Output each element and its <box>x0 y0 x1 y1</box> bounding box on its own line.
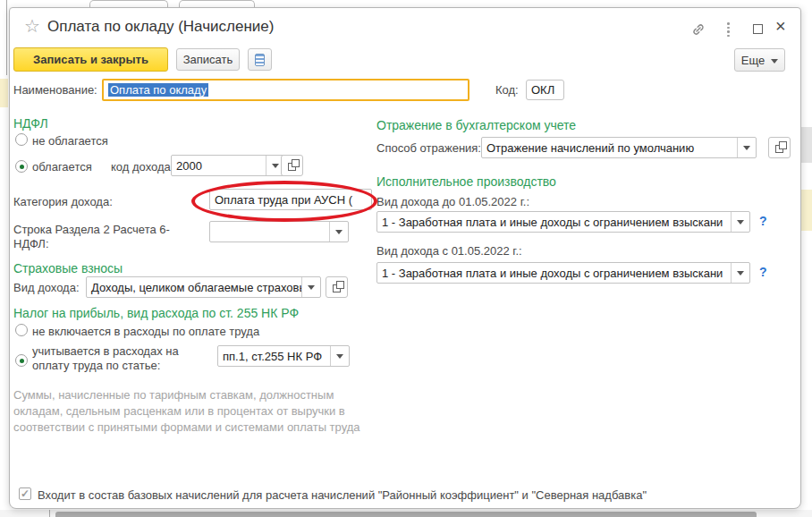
link-icon[interactable] <box>690 21 706 38</box>
code-label: Код: <box>495 83 519 97</box>
chevron-down-icon[interactable] <box>329 222 348 242</box>
radio-not-taxed[interactable] <box>15 133 28 146</box>
radio-taxed-label[interactable]: облагается <box>32 160 92 174</box>
dialog-window: ☆ Оплата по окладу (Начисление) × Записа… <box>9 7 801 509</box>
background-divider <box>49 510 50 517</box>
help-link[interactable]: ? <box>759 265 767 279</box>
open-icon <box>288 163 296 171</box>
section2-6ndfl-label: Строка Раздела 2 Расчета 6-НДФЛ: <box>13 223 170 251</box>
income-code-value: 2000 <box>172 159 266 173</box>
enforcement-after-combobox[interactable]: 1 - Заработная плата и иные доходы с огр… <box>376 262 750 284</box>
income-category-combobox[interactable]: Оплата труда при АУСН ( <box>209 189 372 210</box>
code-input[interactable]: ОКЛ <box>526 80 564 100</box>
radio-not-included-label[interactable]: не включается в расходы по оплате труда <box>32 325 259 338</box>
related-documents-button[interactable] <box>248 48 272 71</box>
section-ndfl: НДФЛ <box>13 116 48 131</box>
name-label: Наименование: <box>13 83 97 97</box>
enforcement-before-value: 1 - Заработная плата и иные доходы с огр… <box>377 216 731 229</box>
income-code-description: Суммы, начисленные по тарифным ставкам, … <box>13 387 368 436</box>
radio-not-taxed-label[interactable]: не облагается <box>32 134 108 148</box>
save-button[interactable]: Записать <box>176 48 240 71</box>
help-link[interactable]: ? <box>759 214 767 228</box>
background-row <box>801 127 812 163</box>
radio-included-label[interactable]: учитывается в расходах на оплату труда п… <box>32 344 211 373</box>
base-accruals-checkbox-label[interactable]: Входит в состав базовых начислений для р… <box>38 488 647 502</box>
section-enforcement: Исполнительное производство <box>376 174 556 189</box>
document-list-icon <box>255 54 265 66</box>
expense-article-value: пп.1, ст.255 НК РФ <box>218 350 330 363</box>
chevron-down-icon[interactable] <box>301 277 320 297</box>
chevron-down-icon[interactable] <box>330 346 349 366</box>
background-row-highlight <box>0 79 8 107</box>
section2-6ndfl-combobox[interactable] <box>209 221 349 242</box>
income-code-combobox[interactable]: 2000 <box>171 155 285 176</box>
more-actions-label: Еще <box>741 54 765 67</box>
chevron-down-icon[interactable] <box>737 138 756 157</box>
name-input[interactable]: Оплата по окладу <box>102 79 469 101</box>
insurance-income-type-combobox[interactable]: Доходы, целиком облагаемые страховым <box>86 276 321 298</box>
radio-not-included[interactable] <box>15 324 28 336</box>
save-label: Записать <box>183 53 233 66</box>
favorite-star-icon[interactable]: ☆ <box>24 16 40 36</box>
enforcement-after-value: 1 - Заработная плата и иные доходы с огр… <box>377 267 731 280</box>
reflection-open-button[interactable] <box>768 137 791 158</box>
insurance-income-type-value: Доходы, целиком облагаемые страховым <box>87 281 301 294</box>
section-accounting: Отражение в бухгалтерском учете <box>376 118 576 132</box>
save-and-close-button[interactable]: Записать и закрыть <box>13 47 168 72</box>
maximize-icon[interactable] <box>753 24 763 34</box>
chevron-down-icon <box>771 59 778 64</box>
chevron-down-icon[interactable] <box>731 263 749 283</box>
section-profit-tax: Налог на прибыль, вид расхода по ст. 255… <box>13 306 299 320</box>
reflection-method-value: Отражение начислений по умолчанию <box>482 141 737 155</box>
save-and-close-label: Записать и закрыть <box>33 53 148 66</box>
enforcement-before-label: Вид дохода до 01.05.2022 г.: <box>376 195 529 208</box>
more-menu-icon[interactable] <box>727 22 730 37</box>
income-code-label: код дохода: <box>111 160 173 174</box>
chevron-down-icon[interactable] <box>731 212 749 232</box>
more-actions-button[interactable]: Еще <box>734 48 785 72</box>
radio-taxed[interactable] <box>15 160 28 173</box>
background-row-highlight <box>801 190 812 231</box>
background-window-edge <box>55 512 757 517</box>
radio-included[interactable] <box>15 354 28 367</box>
reflection-method-label: Способ отражения: <box>376 141 481 155</box>
close-icon[interactable]: × <box>775 16 786 36</box>
section-insurance: Страховые взносы <box>13 261 123 275</box>
reflection-method-combobox[interactable]: Отражение начислений по умолчанию <box>481 137 757 158</box>
base-accruals-checkbox[interactable]: ✓ <box>19 487 31 500</box>
income-category-label: Категория дохода: <box>13 195 113 208</box>
income-category-value: Оплата труда при АУСН ( <box>210 193 371 207</box>
code-input-value: ОКЛ <box>527 83 563 97</box>
open-icon <box>775 145 783 153</box>
background-divider <box>6 0 7 75</box>
insurance-income-type-label: Вид дохода: <box>13 281 80 294</box>
enforcement-after-label: Вид дохода с 01.05.2022 г.: <box>376 244 522 258</box>
open-icon <box>333 284 341 292</box>
expense-article-combobox[interactable]: пп.1, ст.255 НК РФ <box>217 345 350 367</box>
enforcement-before-combobox[interactable]: 1 - Заработная плата и иные доходы с огр… <box>376 211 750 233</box>
name-input-value: Оплата по окладу <box>108 83 208 97</box>
window-title: Оплата по окладу (Начисление) <box>47 18 274 36</box>
income-code-open-button[interactable] <box>281 155 303 176</box>
insurance-open-button[interactable] <box>326 276 348 298</box>
